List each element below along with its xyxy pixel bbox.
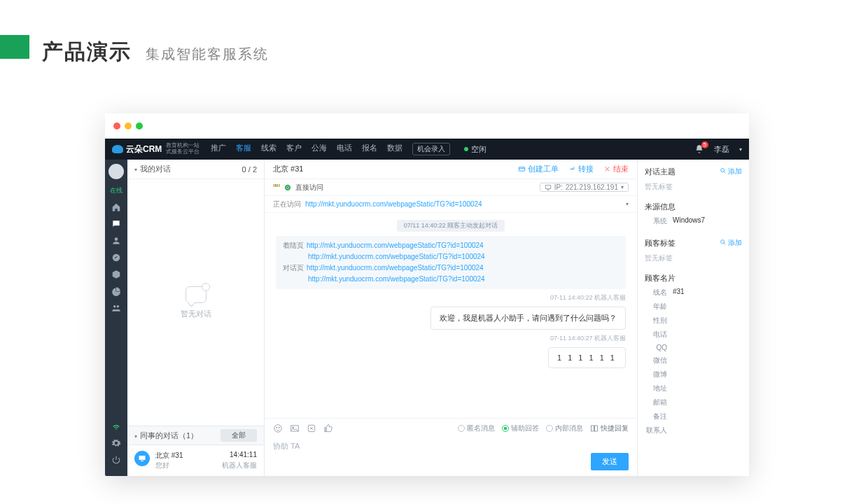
assist-option[interactable]: 辅助回答: [502, 424, 539, 433]
avatar[interactable]: [108, 164, 124, 179]
chat-header: 北京 #31 创建工单 转接 结束: [265, 160, 637, 179]
add-topic-button[interactable]: 添加: [720, 167, 742, 176]
ip-pill[interactable]: IP: 221.219.162.191 ▾: [540, 183, 629, 192]
tags-section-header: 顾客标签 添加: [645, 235, 742, 251]
chrome-icon: [284, 184, 291, 191]
conversation-last-msg: 您好: [155, 461, 169, 470]
online-status-label: 在线: [110, 186, 122, 195]
notifications-button[interactable]: 5: [694, 144, 704, 154]
thumbs-up-icon[interactable]: [323, 424, 333, 433]
presence-status[interactable]: 空闲: [464, 144, 486, 155]
customer-field-row[interactable]: 微信: [645, 354, 742, 368]
transfer-button[interactable]: 转接: [568, 164, 594, 174]
nav-item-signup[interactable]: 报名: [362, 143, 377, 155]
chat-url-link[interactable]: http://mkt.yunduocrm.com/webpageStatic/T…: [307, 264, 484, 272]
chat-url-link[interactable]: http://mkt.yunduocrm.com/webpageStatic/T…: [308, 275, 485, 283]
sidebar-item-wifi[interactable]: [105, 421, 127, 431]
visit-info-block: 着陆页http://mkt.yunduocrm.com/webpageStati…: [276, 236, 626, 289]
customer-field-row[interactable]: 地址: [645, 382, 742, 396]
check-circle-icon: [111, 253, 121, 262]
sidebar-item-pie[interactable]: [105, 286, 127, 296]
nav-item-clients[interactable]: 客户: [286, 143, 302, 155]
anonymous-option[interactable]: 匿名消息: [458, 424, 495, 433]
landing-url-link[interactable]: http://mkt.yunduocrm.com/webpageStatic/T…: [307, 241, 484, 249]
window-close-dot[interactable]: [113, 122, 120, 130]
nav-item-phone[interactable]: 电话: [337, 143, 352, 155]
visiting-url-link[interactable]: http://mkt.yunduocrm.com/webpageStatic/T…: [305, 200, 482, 208]
right-panel: 对话主题 添加 暂无标签 来源信息 系统 Windows7 顾客标签: [637, 160, 749, 476]
customer-field-row[interactable]: 年龄: [645, 300, 742, 314]
record-opportunity-button[interactable]: 机会录入: [412, 143, 450, 155]
end-chat-button[interactable]: 结束: [603, 164, 629, 174]
customer-field-row[interactable]: 邮箱: [645, 396, 742, 410]
group-icon: [111, 303, 121, 313]
radio-icon: [546, 425, 553, 432]
window-maximize-dot[interactable]: [136, 122, 143, 130]
customer-field-row[interactable]: 性别: [645, 314, 742, 328]
customer-field-row[interactable]: 微博: [645, 368, 742, 382]
nav-item-data[interactable]: 数据: [387, 143, 402, 155]
svg-rect-17: [592, 426, 594, 431]
create-ticket-button[interactable]: 创建工单: [518, 164, 559, 174]
internal-option[interactable]: 内部消息: [546, 424, 583, 433]
customer-field-row[interactable]: 联系人: [645, 424, 742, 438]
status-label: 空闲: [471, 144, 486, 155]
attachment-icon[interactable]: [307, 424, 316, 433]
window-minimize-dot[interactable]: [125, 122, 132, 130]
empty-state: 暂无对话: [127, 179, 264, 426]
wifi-icon: [111, 421, 121, 431]
sidebar-item-settings[interactable]: [105, 438, 127, 448]
sidebar-item-cube[interactable]: [105, 270, 127, 279]
nav-item-pool[interactable]: 公海: [312, 143, 327, 155]
svg-point-13: [279, 427, 279, 428]
status-dot-icon: [464, 147, 468, 151]
add-tag-button[interactable]: 添加: [720, 238, 742, 248]
conversation-time: 14:41:11: [230, 451, 257, 461]
product-logo[interactable]: 云朵CRM 教育机构一站式服务云平台: [112, 143, 200, 155]
nav-items: 推广 客服 线索 客户 公海 电话 报名 数据 机会录入: [211, 143, 450, 155]
my-conversations-header[interactable]: ▾我的对话 0 / 2: [127, 160, 264, 179]
customer-field-row[interactable]: 备注: [645, 410, 742, 424]
nav-item-promo[interactable]: 推广: [211, 143, 226, 155]
conversation-item[interactable]: 北京 #3114:41:11 您好机器人客服: [127, 445, 264, 476]
svg-point-11: [274, 425, 282, 433]
emoji-icon[interactable]: [273, 424, 283, 433]
svg-point-0: [114, 223, 115, 223]
colleague-conversations-header[interactable]: ▾同事的对话（1） 全部: [127, 426, 264, 445]
svg-rect-10: [545, 185, 551, 188]
monitor-icon: [138, 454, 146, 463]
empty-chat-icon: [186, 286, 206, 303]
quick-reply-button[interactable]: 快捷回复: [590, 424, 629, 433]
svg-point-2: [118, 223, 118, 223]
colleague-filter-all[interactable]: 全部: [220, 429, 257, 442]
topic-empty: 暂无标签: [645, 179, 742, 199]
search-icon: [720, 239, 727, 246]
sidebar-item-user[interactable]: [105, 236, 127, 246]
sidebar-item-chat[interactable]: [105, 219, 127, 229]
sidebar-item-logout[interactable]: [105, 455, 127, 465]
image-icon[interactable]: [290, 424, 300, 433]
sidebar-item-home[interactable]: [105, 202, 127, 212]
chevron-down-icon: ▾: [134, 167, 137, 173]
current-user-name[interactable]: 李磊: [714, 144, 729, 155]
chevron-down-icon[interactable]: ▾: [739, 146, 742, 153]
landing-url-link[interactable]: http://mkt.yunduocrm.com/webpageStatic/T…: [308, 253, 485, 260]
my-conversations-count: 0 / 2: [242, 165, 257, 174]
chevron-down-icon[interactable]: ▾: [626, 201, 629, 207]
system-event-pill: 07/11 14:40:22 顾客主动发起对话: [397, 220, 505, 232]
pie-chart-icon: [111, 286, 121, 296]
send-button[interactable]: 发送: [591, 453, 629, 470]
user-icon: [111, 236, 121, 246]
page-subtitle: 集成智能客服系统: [146, 45, 269, 64]
sidebar-item-check[interactable]: [105, 253, 127, 262]
message-input[interactable]: [273, 442, 629, 450]
customer-field-row[interactable]: 电话: [645, 328, 742, 342]
customer-name-row[interactable]: 线名#31: [645, 286, 742, 300]
chat-messages[interactable]: 07/11 14:40:22 顾客主动发起对话 着陆页http://mkt.yu…: [265, 213, 637, 418]
colleague-conversations-label: 同事的对话（1）: [140, 431, 198, 440]
customer-field-row[interactable]: QQ: [645, 342, 742, 354]
nav-item-service[interactable]: 客服: [236, 143, 251, 155]
nav-item-leads[interactable]: 线索: [261, 143, 276, 155]
sidebar-item-group[interactable]: [105, 303, 127, 313]
ip-value: 221.219.162.191: [566, 183, 618, 191]
